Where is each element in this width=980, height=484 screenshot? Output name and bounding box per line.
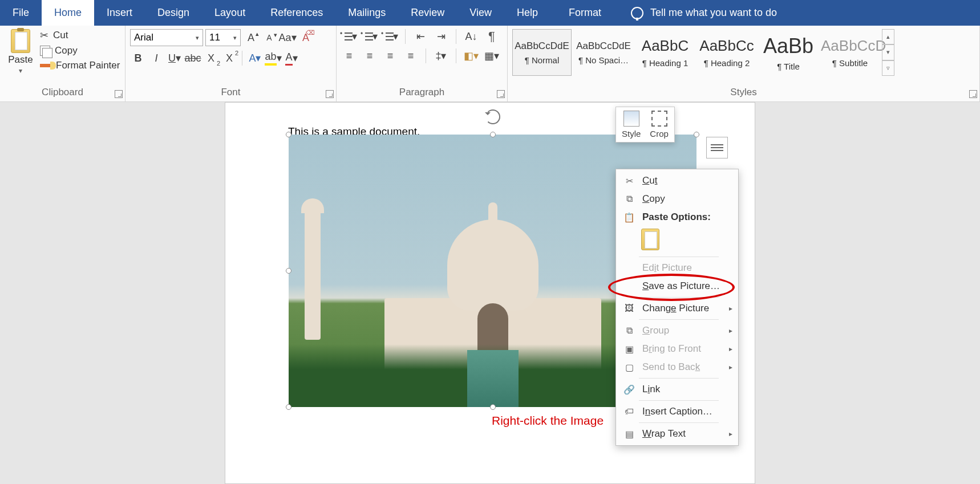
- ctx-change-picture[interactable]: 🖼Change Picture▸: [616, 299, 738, 318]
- bold-button[interactable]: B: [130, 51, 146, 66]
- picture-style-icon: [623, 111, 639, 127]
- tab-references[interactable]: References: [258, 0, 335, 26]
- numbering-button[interactable]: ▾: [362, 29, 378, 44]
- subscript-button[interactable]: X2: [203, 51, 219, 66]
- multilevel-button[interactable]: ▾: [382, 29, 398, 44]
- justify-button[interactable]: ≡: [403, 48, 419, 63]
- tab-view[interactable]: View: [457, 0, 504, 26]
- ctx-wrap-text[interactable]: ▤Wrap Text▸: [616, 425, 738, 443]
- tab-layout[interactable]: Layout: [202, 0, 258, 26]
- group-styles: AaBbCcDdE¶ NormalAaBbCcDdE¶ No Spaci…AaB…: [508, 26, 980, 101]
- outdent-button[interactable]: ⇤: [412, 29, 428, 44]
- ctx-copy[interactable]: ⧉Copy: [616, 190, 738, 208]
- styles-gallery[interactable]: AaBbCcDdE¶ NormalAaBbCcDdE¶ No Spaci…AaB…: [512, 29, 975, 76]
- tab-help[interactable]: Help: [504, 0, 550, 26]
- shading-button[interactable]: ◧▾: [463, 48, 479, 63]
- style-item[interactable]: AaBbCcD¶ Subtitle: [820, 29, 880, 76]
- change-case-button[interactable]: Aa▾: [280, 30, 295, 45]
- show-marks-button[interactable]: ¶: [484, 29, 500, 44]
- group-icon: ⧉: [623, 326, 635, 336]
- change-picture-icon: 🖼: [623, 303, 635, 314]
- superscript-button[interactable]: X2: [221, 51, 237, 66]
- resize-handle[interactable]: [490, 132, 496, 137]
- tab-format[interactable]: Format: [556, 0, 614, 26]
- tab-design[interactable]: Design: [145, 0, 202, 26]
- crop-button[interactable]: Crop: [650, 111, 669, 139]
- italic-button[interactable]: I: [148, 51, 164, 66]
- scissors-icon: ✂: [40, 29, 48, 42]
- picture-style-button[interactable]: Style: [622, 111, 641, 139]
- style-item[interactable]: AaBb¶ Title: [759, 29, 818, 76]
- align-center-button[interactable]: ≡: [362, 48, 378, 63]
- resize-handle[interactable]: [490, 404, 496, 410]
- layout-options-button[interactable]: [706, 137, 728, 158]
- resize-handle[interactable]: [694, 132, 699, 137]
- group-label-styles: Styles: [512, 87, 975, 100]
- styles-scroll-up[interactable]: ▴: [882, 29, 894, 44]
- layout-icon: [711, 143, 723, 153]
- rotate-handle[interactable]: [485, 109, 500, 124]
- clear-format-button[interactable]: A⌫: [298, 30, 314, 45]
- ctx-paste-option[interactable]: [616, 226, 738, 255]
- paste-button[interactable]: Paste ▾: [5, 29, 37, 75]
- shrink-font-button[interactable]: A▾: [261, 30, 277, 45]
- ctx-link[interactable]: 🔗Link: [616, 380, 738, 398]
- tab-insert[interactable]: Insert: [94, 0, 145, 26]
- styles-launcher[interactable]: [969, 90, 977, 98]
- ctx-save-as-picture[interactable]: Save as Picture…: [616, 277, 738, 295]
- highlight-button[interactable]: ab▾: [265, 51, 281, 66]
- paste-label: Paste: [8, 54, 33, 66]
- group-label-paragraph: Paragraph: [341, 87, 503, 100]
- picture-mini-toolbar: Style Crop: [615, 107, 675, 143]
- styles-more[interactable]: ▿: [882, 60, 894, 76]
- strike-button[interactable]: abc: [185, 51, 201, 66]
- copy-button[interactable]: Copy: [40, 45, 120, 56]
- ctx-bring-front: ▣Bring to Front▸: [616, 340, 738, 358]
- borders-button[interactable]: ▦▾: [484, 48, 500, 63]
- group-paragraph: ▾ ▾ ▾ ⇤ ⇥ A↓ ¶ ≡ ≡ ≡ ≡ ‡▾ ◧▾ ▦▾: [337, 26, 508, 101]
- ctx-paste-options-header: 📋Paste Options:: [616, 208, 738, 226]
- style-item[interactable]: AaBbC¶ Heading 1: [635, 29, 695, 76]
- resize-handle[interactable]: [286, 404, 291, 410]
- line-spacing-button[interactable]: ‡▾: [433, 48, 449, 63]
- text-effects-button[interactable]: A▾: [247, 51, 263, 66]
- font-launcher[interactable]: [326, 90, 334, 98]
- resize-handle[interactable]: [286, 268, 291, 274]
- tab-review[interactable]: Review: [398, 0, 457, 26]
- group-clipboard: Paste ▾ ✂Cut Copy Format Painter Clipboa…: [0, 26, 125, 101]
- clipboard-launcher[interactable]: [115, 90, 123, 98]
- style-item[interactable]: AaBbCcDdE¶ Normal: [512, 29, 572, 76]
- indent-button[interactable]: ⇥: [433, 29, 449, 44]
- tell-me[interactable]: Tell me what you want to do: [631, 0, 777, 26]
- styles-scroll-down[interactable]: ▾: [882, 44, 894, 60]
- format-painter-button[interactable]: Format Painter: [40, 60, 120, 71]
- cut-button[interactable]: ✂Cut: [40, 29, 120, 42]
- style-item[interactable]: AaBbCc¶ Heading 2: [697, 29, 756, 76]
- wrap-text-icon: ▤: [623, 429, 635, 440]
- ctx-cut[interactable]: ✂Cut: [616, 172, 738, 190]
- sort-button[interactable]: A↓: [463, 29, 479, 44]
- ctx-insert-caption[interactable]: 🏷Insert Caption…: [616, 402, 738, 421]
- resize-handle[interactable]: [286, 132, 291, 137]
- chevron-right-icon: ▸: [729, 304, 732, 312]
- grow-font-button[interactable]: A▴: [243, 30, 259, 45]
- align-left-button[interactable]: ≡: [341, 48, 357, 63]
- font-size-combo[interactable]: 11▾: [205, 29, 241, 46]
- style-item[interactable]: AaBbCcDdE¶ No Spaci…: [574, 29, 633, 76]
- paragraph-launcher[interactable]: [497, 90, 505, 98]
- ctx-edit-picture: Edit Picture: [616, 259, 738, 277]
- send-back-icon: ▢: [623, 362, 635, 373]
- tab-file[interactable]: File: [0, 0, 42, 26]
- ribbon: Paste ▾ ✂Cut Copy Format Painter Clipboa…: [0, 26, 980, 102]
- group-font: Arial▾ 11▾ A▴ A▾ Aa▾ A⌫ B I U▾ abc X2 X2…: [125, 26, 337, 101]
- align-right-button[interactable]: ≡: [382, 48, 398, 63]
- tab-home[interactable]: Home: [42, 0, 94, 26]
- underline-button[interactable]: U▾: [167, 51, 183, 66]
- copy-icon: [40, 46, 50, 56]
- lightbulb-icon: [631, 7, 643, 19]
- font-color-button[interactable]: A▾: [284, 51, 299, 66]
- tab-mailings[interactable]: Mailings: [335, 0, 398, 26]
- chevron-down-icon[interactable]: ▾: [19, 67, 22, 75]
- bullets-button[interactable]: ▾: [341, 29, 357, 44]
- font-name-combo[interactable]: Arial▾: [130, 29, 203, 46]
